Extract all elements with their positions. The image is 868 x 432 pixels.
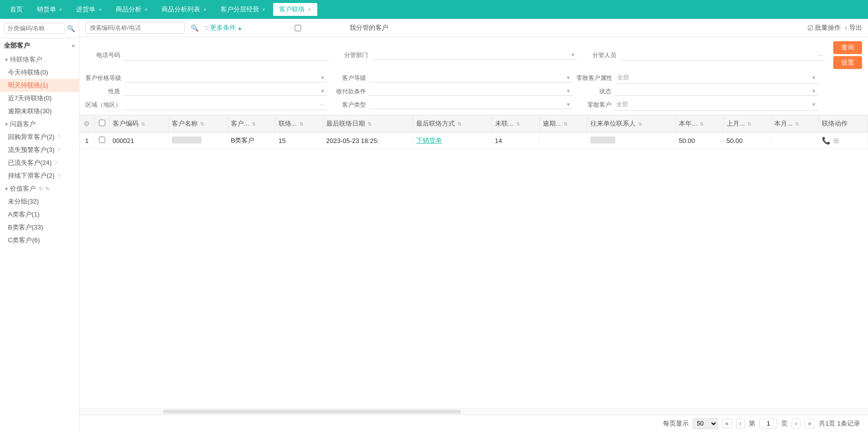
payment-select[interactable]: ▼ xyxy=(369,87,573,96)
nav-tab-salesorder[interactable]: 销货单 × xyxy=(31,3,68,16)
close-analysis-icon[interactable]: × xyxy=(145,6,147,12)
help-icon-1[interactable]: ? xyxy=(57,147,60,153)
close-salesorder-icon[interactable]: × xyxy=(59,6,62,12)
col-this-month-amount: 本月... ⇅ xyxy=(771,115,819,133)
sidebar-item-class-a[interactable]: A类客户(1) xyxy=(0,208,79,221)
all-customers-header[interactable]: 全部客户 « xyxy=(0,38,79,53)
phone-input[interactable] xyxy=(123,50,329,61)
close-analysis-list-icon[interactable]: × xyxy=(203,6,206,12)
status-select[interactable]: ▼ xyxy=(614,87,818,96)
sort-year-icon[interactable]: ⇅ xyxy=(700,121,704,127)
table-settings-icon[interactable]: ⚙ xyxy=(83,120,90,128)
customer-level-select[interactable]: ▼ xyxy=(369,73,573,82)
sort-type-icon[interactable]: ⇅ xyxy=(252,121,256,127)
export-button[interactable]: ↑ 导出 xyxy=(845,23,863,32)
sidebar-item-tomorrow-pending[interactable]: 明天待联络(1) xyxy=(0,79,79,92)
sort-thismonth-icon[interactable]: ⇅ xyxy=(795,121,799,127)
sidebar-item-overdue-contact[interactable]: 逾期未联络(30) xyxy=(0,105,79,118)
retail-customer-select[interactable]: 全部 ▼ xyxy=(614,99,818,111)
row-checkbox[interactable] xyxy=(99,137,105,143)
help-icon-0[interactable]: ? xyxy=(57,134,60,140)
search-button-icon[interactable]: 🔍 xyxy=(191,24,199,32)
sidebar-item-churned[interactable]: 已流失客户(24) ? xyxy=(0,156,79,169)
value-group-icon1[interactable]: ↻ xyxy=(39,186,43,192)
cell-customer-type: B类客户 xyxy=(227,133,275,149)
phone-action-icon[interactable]: 📞 xyxy=(822,137,830,144)
customer-type-label: 客户类型 xyxy=(331,101,366,109)
retail-attr-select[interactable]: 全部 ▼ xyxy=(615,72,818,84)
nature-select[interactable]: ▼ xyxy=(123,87,327,96)
sidebar-item-today-pending[interactable]: 今天待联络(0) xyxy=(0,66,79,79)
batch-op-button[interactable]: ☑ 批量操作 xyxy=(807,23,841,32)
sidebar-search-area: 🔍 xyxy=(0,19,79,38)
nav-tab-customer-tier[interactable]: 客户分层经营 × xyxy=(215,3,271,16)
search-bar: 🔍 ▽ 更多条件 ▲ 我分管的客户 ☑ 批量操作 ↑ 导出 xyxy=(79,19,868,37)
sidebar-group-value[interactable]: 价值客户 ↻ ✎ xyxy=(0,182,79,195)
sort-lastmonth-icon[interactable]: ⇅ xyxy=(747,121,751,127)
page-number-input[interactable] xyxy=(759,419,777,429)
nav-tab-purchaseorder[interactable]: 进货单 × xyxy=(70,3,107,16)
first-page-button[interactable]: « xyxy=(722,419,732,429)
sidebar-item-declining[interactable]: 持续下滑客户(2) ? xyxy=(0,169,79,182)
per-page-select[interactable]: 50 100 200 xyxy=(693,418,718,429)
export-icon: ↑ xyxy=(845,24,848,32)
sort-notcontact-icon[interactable]: ⇅ xyxy=(516,121,520,127)
col-contact-person: 往来单位联系人 ⇅ xyxy=(587,115,675,133)
content-area: 🔍 ▽ 更多条件 ▲ 我分管的客户 ☑ 批量操作 ↑ 导出 xyxy=(79,19,868,432)
col-last-contact-method: 最后联络方式 ⇅ xyxy=(413,115,492,133)
last-page-button[interactable]: » xyxy=(804,419,815,429)
col-settings[interactable]: ⚙ xyxy=(79,115,94,133)
status-chevron-icon: ▼ xyxy=(811,88,816,94)
sidebar-item-class-b[interactable]: B类客户(33) xyxy=(0,221,79,234)
chevron-up-icon: ▲ xyxy=(237,25,242,31)
sort-overdue-icon[interactable]: ⇅ xyxy=(564,121,568,127)
price-level-select[interactable]: ▼ xyxy=(124,73,327,82)
value-group-icon2[interactable]: ✎ xyxy=(45,186,50,192)
cell-this-month-amount xyxy=(771,133,819,149)
sidebar-group-pending[interactable]: 待联络客户 xyxy=(0,53,79,66)
nav-home[interactable]: 首页 xyxy=(4,3,29,16)
dept-select[interactable]: ▼ xyxy=(371,51,577,60)
region-dots-icon[interactable]: ··· xyxy=(320,101,325,108)
customer-type-select[interactable]: ▼ xyxy=(369,100,573,109)
contact-method-link[interactable]: 下销货单 xyxy=(416,137,442,144)
prev-page-button[interactable]: ‹ xyxy=(736,419,745,429)
sort-person-icon[interactable]: ⇅ xyxy=(638,121,642,127)
grid-action-icon[interactable]: ⊞ xyxy=(833,137,839,144)
search-input[interactable] xyxy=(85,22,185,34)
sort-contact-icon[interactable]: ⇅ xyxy=(299,121,303,127)
nav-tab-analysis-list[interactable]: 商品分析列表 × xyxy=(155,3,212,16)
my-customers-checkbox[interactable]: 我分管的客户 xyxy=(248,23,388,32)
col-overdue-days: 逾期... ⇅ xyxy=(539,115,587,133)
select-all-checkbox[interactable] xyxy=(99,120,105,126)
my-customers-check[interactable] xyxy=(248,25,348,31)
sort-name-icon[interactable]: ⇅ xyxy=(200,121,204,127)
sort-method-icon[interactable]: ⇅ xyxy=(457,121,461,127)
sidebar-search-icon[interactable]: 🔍 xyxy=(67,25,75,32)
filter-field-status: 状态 ▼ xyxy=(577,87,818,96)
help-icon-2[interactable]: ? xyxy=(54,160,57,166)
query-button[interactable]: 查询 xyxy=(833,41,862,54)
settings-button[interactable]: 设置 xyxy=(833,56,862,69)
filter-field-region: 区域（地区） ··· xyxy=(85,100,327,110)
nav-tab-analysis[interactable]: 商品分析 × xyxy=(110,3,153,16)
sidebar-item-class-c[interactable]: C类客户(6) xyxy=(0,234,79,247)
sidebar-item-ungrouped[interactable]: 未分组(32) xyxy=(0,195,79,208)
person-dots-icon[interactable]: ··· xyxy=(818,52,823,59)
sidebar-item-abnormal-repurchase[interactable]: 回购异常客户(2) ? xyxy=(0,131,79,144)
collapse-icon[interactable]: « xyxy=(72,42,75,49)
help-icon-3[interactable]: ? xyxy=(57,173,60,179)
sidebar-group-problem[interactable]: 问题客户 xyxy=(0,118,79,131)
close-purchaseorder-icon[interactable]: × xyxy=(98,6,101,12)
sidebar-item-churn-warning[interactable]: 流失预警客户(3) ? xyxy=(0,144,79,156)
next-page-button[interactable]: › xyxy=(792,419,800,429)
more-conditions-btn[interactable]: ▽ 更多条件 ▲ xyxy=(205,23,242,32)
sort-date-icon[interactable]: ⇅ xyxy=(367,121,371,127)
sidebar-item-7days-pending[interactable]: 近7天待联络(0) xyxy=(0,92,79,105)
nav-tab-customer-contact[interactable]: 客户联络 × xyxy=(273,3,317,16)
sidebar-search-input[interactable] xyxy=(4,23,65,34)
close-customer-tier-icon[interactable]: × xyxy=(262,6,265,12)
close-customer-contact-icon[interactable]: × xyxy=(308,6,311,12)
filter-field-dept: 分管部门 ▼ xyxy=(333,51,577,60)
sort-code-icon[interactable]: ⇅ xyxy=(141,121,145,127)
